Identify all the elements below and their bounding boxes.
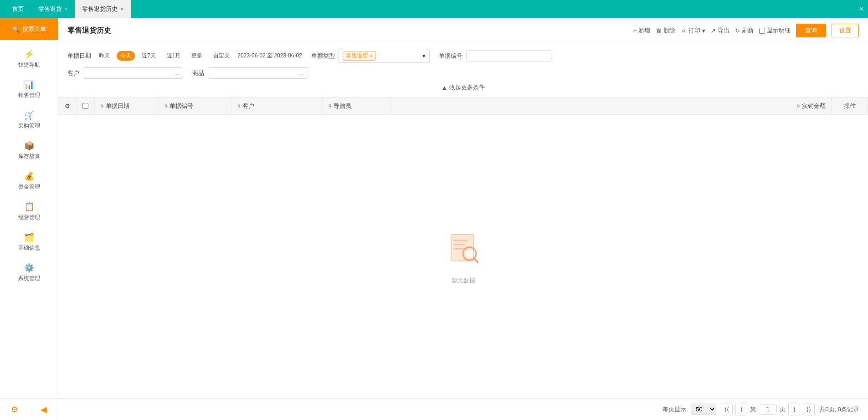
- filter-area: 单据日期 昨天 今天 近7天 近1月 更多 自定义 2023-06-02 至 2…: [58, 43, 868, 97]
- customer-dots: ...: [174, 70, 179, 77]
- svg-rect-2: [453, 244, 465, 246]
- doc-type-select[interactable]: 零售退货 × ▾: [339, 49, 430, 63]
- date-filter-label: 单据日期: [67, 52, 91, 60]
- empty-illustration: [443, 228, 484, 269]
- close-retail-return-history-tab[interactable]: ×: [120, 6, 123, 12]
- show-detail-checkbox-label[interactable]: 显示明细: [759, 26, 791, 35]
- refresh-button[interactable]: ↻ 刷新: [735, 26, 754, 35]
- th-amount[interactable]: ⇅ 实销金额: [391, 97, 832, 114]
- select-all-checkbox[interactable]: [82, 103, 88, 109]
- sidebar-item-quick-nav[interactable]: ⚡ 快捷导航: [0, 44, 58, 74]
- th-guide[interactable]: ⇅ 导购员: [323, 97, 391, 114]
- settings-col-icon: ⚙: [65, 102, 70, 109]
- date-btn-yesterday[interactable]: 昨天: [95, 51, 114, 61]
- export-button[interactable]: ↗ 导出: [711, 26, 729, 35]
- sidebar-item-sales-mgmt[interactable]: 📊 销售管理: [0, 74, 58, 105]
- sidebar: 🔍 搜索菜单 ⚡ 快捷导航 📊 销售管理 🛒 采购管理 📦 库存核算 💰: [0, 18, 58, 420]
- page-total-text: 共0页, 0条记录: [819, 405, 859, 414]
- date-btn-custom[interactable]: 自定义: [209, 51, 234, 61]
- delete-icon: 🗑: [656, 27, 662, 34]
- close-retail-return-tab[interactable]: ×: [65, 6, 67, 12]
- date-filter-item: 单据日期 昨天 今天 近7天 近1月 更多 自定义 2023-06-02 至 2…: [67, 51, 302, 61]
- doc-type-tag: 零售退货 ×: [343, 51, 376, 61]
- tab-retail-return-history[interactable]: 零售退货历史 ×: [75, 0, 130, 18]
- sort-customer-icon: ⇅: [237, 103, 241, 108]
- sidebar-item-label: 销售管理: [18, 92, 40, 99]
- sidebar-item-purchase-mgmt[interactable]: 🛒 采购管理: [0, 105, 58, 135]
- inventory-icon: 📦: [24, 141, 34, 151]
- date-btn-7days[interactable]: 近7天: [138, 51, 160, 61]
- date-filter-options: 昨天 今天 近7天 近1月 更多 自定义: [95, 51, 234, 61]
- new-button[interactable]: + 新增: [633, 26, 650, 35]
- th-action: 操作: [832, 97, 868, 114]
- system-icon: ⚙️: [24, 263, 34, 273]
- doc-num-label: 单据编号: [439, 52, 462, 60]
- next-page-button[interactable]: ⟩: [788, 404, 800, 415]
- last-page-button[interactable]: ⟩⟩: [803, 404, 815, 415]
- first-page-button[interactable]: ⟨⟨: [721, 404, 733, 415]
- page-title: 零售退货历史: [67, 26, 111, 36]
- sidebar-item-finance[interactable]: 💰 资金管理: [0, 166, 58, 196]
- table-area: ⚙ ⇅ 单据日期 ⇅ 单据编号 ⇅ 客户 ⇅: [58, 97, 868, 398]
- page-unit-label: 页: [780, 405, 786, 414]
- doc-type-label: 单据类型: [311, 52, 335, 60]
- sidebar-item-system[interactable]: ⚙️ 系统管理: [0, 257, 58, 288]
- table-header: ⚙ ⇅ 单据日期 ⇅ 单据编号 ⇅ 客户 ⇅: [58, 97, 868, 115]
- sidebar-footer: ⚙ ◀: [0, 398, 58, 420]
- prev-page-button[interactable]: ⟨: [735, 404, 747, 415]
- sidebar-item-operations[interactable]: 📋 经营管理: [0, 196, 58, 227]
- page-header: 零售退货历史 + 新增 🗑 删除 🖨 打印 ▾ ↗ 导出: [58, 18, 868, 43]
- date-btn-1month[interactable]: 近1月: [163, 51, 185, 61]
- tab-home[interactable]: 首页: [5, 0, 31, 18]
- sidebar-item-label: 系统管理: [18, 275, 40, 282]
- query-button[interactable]: 查询: [796, 24, 826, 37]
- collapse-button[interactable]: ▲ 收起更多条件: [67, 83, 859, 92]
- sidebar-item-label: 基础信息: [18, 244, 40, 252]
- customer-label: 客户: [67, 69, 79, 77]
- delete-button[interactable]: 🗑 删除: [656, 26, 675, 35]
- settings-button[interactable]: 设置: [832, 24, 859, 37]
- per-page-select[interactable]: 50 10 20 100: [691, 404, 716, 415]
- sort-date-icon: ⇅: [100, 103, 104, 108]
- print-dropdown-icon: ▾: [702, 27, 705, 34]
- select-dropdown-icon: ▾: [422, 52, 426, 59]
- sidebar-search[interactable]: 🔍 搜索菜单: [0, 18, 58, 40]
- th-checkbox[interactable]: [77, 97, 95, 114]
- customer-input[interactable]: ...: [83, 67, 183, 79]
- sort-amount-icon: ⇅: [796, 103, 800, 108]
- sidebar-item-basic-info[interactable]: 🗂️ 基础信息: [0, 227, 58, 257]
- finance-icon: 💰: [24, 171, 34, 181]
- window-close-button[interactable]: ×: [859, 5, 863, 13]
- filter-row-1: 单据日期 昨天 今天 近7天 近1月 更多 自定义 2023-06-02 至 2…: [67, 49, 859, 63]
- doc-num-input[interactable]: [466, 50, 551, 61]
- goods-label: 商品: [192, 69, 204, 77]
- goods-input[interactable]: ...: [208, 67, 308, 79]
- th-date[interactable]: ⇅ 单据日期: [95, 97, 159, 114]
- print-button[interactable]: 🖨 打印 ▾: [681, 26, 705, 35]
- quick-nav-icon: ⚡: [24, 49, 34, 59]
- refresh-icon: ↻: [735, 27, 740, 34]
- pagination-bar: 每页显示 50 10 20 100 ⟨⟨ ⟨ 第 页 ⟩ ⟩⟩ 共0页, 0条记…: [58, 398, 868, 420]
- sidebar-item-inventory[interactable]: 📦 库存核算: [0, 135, 58, 166]
- th-num[interactable]: ⇅ 单据编号: [159, 97, 231, 114]
- sidebar-item-label: 采购管理: [18, 122, 40, 130]
- th-customer[interactable]: ⇅ 客户: [231, 97, 323, 114]
- settings-footer-icon[interactable]: ⚙: [11, 405, 18, 415]
- date-btn-more[interactable]: 更多: [187, 51, 206, 61]
- page-nav: ⟨⟨ ⟨ 第 页 ⟩ ⟩⟩: [721, 404, 815, 415]
- purchase-icon: 🛒: [24, 110, 34, 120]
- content-area: 零售退货历史 + 新增 🗑 删除 🖨 打印 ▾ ↗ 导出: [58, 18, 868, 420]
- print-icon: 🖨: [681, 27, 687, 34]
- page-number-input[interactable]: [759, 404, 777, 415]
- th-settings[interactable]: ⚙: [58, 97, 77, 114]
- doc-type-filter-item: 单据类型 零售退货 × ▾: [311, 49, 430, 63]
- date-btn-today[interactable]: 今天: [117, 51, 135, 61]
- tab-retail-return[interactable]: 零售退货 ×: [31, 0, 75, 18]
- sidebar-item-label: 库存核算: [18, 153, 40, 160]
- tag-close-icon[interactable]: ×: [370, 53, 373, 59]
- show-detail-checkbox[interactable]: [759, 28, 765, 34]
- filter-row-2: 客户 ... 商品 ...: [67, 67, 859, 79]
- operations-icon: 📋: [24, 202, 34, 212]
- goods-filter-item: 商品 ...: [192, 67, 308, 79]
- collapse-sidebar-icon[interactable]: ◀: [41, 405, 47, 415]
